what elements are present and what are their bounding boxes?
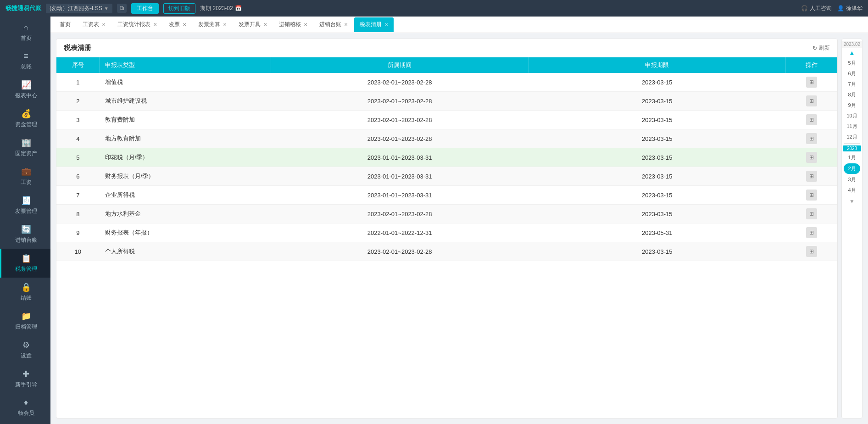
cell-type: 印花税（月/季） xyxy=(100,148,271,167)
col-header-type: 申报表类型 xyxy=(100,57,271,73)
company-selector[interactable]: (勿动）江西服务-LSS ▼ xyxy=(46,4,112,13)
cell-type: 城市维护建设税 xyxy=(100,92,271,111)
close-tab-payroll-stats[interactable]: ✕ xyxy=(153,22,157,27)
cell-period: 2023-02-01~2023-02-28 xyxy=(271,205,529,223)
action-icon-btn[interactable]: ⊞ xyxy=(806,152,817,163)
tab-payroll-stats[interactable]: 工资统计报表 ✕ xyxy=(112,17,162,32)
close-tab-purchase-ledger[interactable]: ✕ xyxy=(344,22,348,27)
col-header-action: 操作 xyxy=(786,57,837,73)
refresh-button[interactable]: ↻ 刷新 xyxy=(812,44,830,52)
table-row: 8地方水利基金2023-02-01~2023-02-282023-03-15⊞ xyxy=(56,205,837,223)
sidebar-label-general-ledger: 总账 xyxy=(21,63,32,71)
close-tab-invoice-open[interactable]: ✕ xyxy=(263,22,267,27)
rs-month-8[interactable]: 8月 xyxy=(842,89,862,100)
home-icon: ⌂ xyxy=(23,23,28,33)
sidebar-label-invoice-mgmt: 发票管理 xyxy=(15,207,37,215)
tab-purchase-review[interactable]: 进销稽核 ✕ xyxy=(273,17,313,32)
panel-actions: ↻ 刷新 xyxy=(812,44,830,52)
rs-month-2[interactable]: 2月 xyxy=(844,163,860,174)
sidebar-label-closing: 结账 xyxy=(21,294,32,302)
cell-period: 2023-01-01~2023-03-31 xyxy=(271,186,529,205)
cell-type: 财务报表（月/季） xyxy=(100,167,271,186)
cell-action: ⊞ xyxy=(786,205,837,223)
table-row: 6财务报表（月/季）2023-01-01~2023-03-312023-03-1… xyxy=(56,167,837,186)
cell-type: 地方水利基金 xyxy=(100,205,271,223)
rs-month-5[interactable]: 5月 xyxy=(842,58,862,68)
tab-invoice[interactable]: 发票 ✕ xyxy=(163,17,192,32)
action-icon-btn[interactable]: ⊞ xyxy=(806,227,817,238)
rs-month-10[interactable]: 10月 xyxy=(842,111,862,121)
cell-type: 地方教育附加 xyxy=(100,129,271,148)
tab-payroll-table[interactable]: 工资表 ✕ xyxy=(77,17,111,32)
cell-period: 2022-01-01~2022-12-31 xyxy=(271,223,529,242)
main-panel: 税表清册 ↻ 刷新 序号 申报表类型 xyxy=(56,39,838,418)
cell-action: ⊞ xyxy=(786,129,837,148)
rs-current-year-label: 2023 xyxy=(843,145,861,151)
sidebar: ⌂ 首页 ≡ 总账 📈 报表中心 💰 资金管理 🏢 固定资产 💼 工资 🧾 发票… xyxy=(0,17,50,424)
tax-table: 序号 申报表类型 所属期间 申报期限 操作 1增值税2023-02-01~202… xyxy=(56,57,837,261)
rs-month-12[interactable]: 12月 xyxy=(842,132,862,142)
rs-collapse-btn[interactable]: ▼ xyxy=(846,196,858,206)
tab-tax-list[interactable]: 税表清册 ✕ xyxy=(354,17,394,32)
sidebar-item-tax-mgmt[interactable]: 📋 税务管理 xyxy=(0,249,50,278)
close-tab-invoice-calc[interactable]: ✕ xyxy=(223,22,227,27)
rs-month-1[interactable]: 1月 xyxy=(842,152,862,163)
rs-month-4[interactable]: 4月 xyxy=(842,185,862,195)
action-icon-btn[interactable]: ⊞ xyxy=(806,208,817,219)
user-icon: 👤 xyxy=(837,5,844,11)
copy-icon-btn[interactable]: ⧉ xyxy=(117,4,127,13)
cell-deadline: 2023-03-15 xyxy=(529,73,786,92)
rs-month-3[interactable]: 3月 xyxy=(842,174,862,185)
rs-month-9[interactable]: 9月 xyxy=(842,100,862,111)
sidebar-item-report-center[interactable]: 📈 报表中心 xyxy=(0,75,50,104)
action-icon-btn[interactable]: ⊞ xyxy=(806,190,817,201)
action-icon-btn[interactable]: ⊞ xyxy=(806,133,817,144)
tab-home[interactable]: 首页 xyxy=(54,17,76,32)
sidebar-item-invoice-mgmt[interactable]: 🧾 发票管理 xyxy=(0,191,50,220)
calendar-icon[interactable]: 📅 xyxy=(235,5,242,11)
rs-divider xyxy=(844,143,860,144)
sidebar-label-tax-mgmt: 税务管理 xyxy=(15,265,37,273)
action-icon-btn[interactable]: ⊞ xyxy=(806,171,817,182)
close-tab-tax-list[interactable]: ✕ xyxy=(384,22,388,27)
sidebar-item-archive-mgmt[interactable]: 📁 归档管理 xyxy=(0,307,50,335)
app-logo: 畅捷通易代账 xyxy=(6,4,41,12)
workspace-button[interactable]: 工作台 xyxy=(131,3,159,14)
sidebar-item-general-ledger[interactable]: ≡ 总账 xyxy=(0,47,50,75)
rs-month-11[interactable]: 11月 xyxy=(842,121,862,132)
sidebar-item-fund-mgmt[interactable]: 💰 资金管理 xyxy=(0,104,50,133)
close-tab-invoice[interactable]: ✕ xyxy=(183,22,186,27)
action-icon-btn[interactable]: ⊞ xyxy=(806,246,817,257)
cell-period: 2023-02-01~2023-02-28 xyxy=(271,129,529,148)
switch-old-button[interactable]: 切到旧版 xyxy=(163,3,195,14)
action-icon-btn[interactable]: ⊞ xyxy=(806,114,817,125)
cell-seq: 1 xyxy=(56,73,100,92)
close-tab-payroll[interactable]: ✕ xyxy=(102,22,106,27)
sidebar-item-fixed-assets[interactable]: 🏢 固定资产 xyxy=(0,133,50,162)
sidebar-label-report-center: 报表中心 xyxy=(15,92,37,100)
sidebar-item-purchase-sales[interactable]: 🔄 进销台账 xyxy=(0,220,50,249)
sidebar-item-payroll[interactable]: 💼 工资 xyxy=(0,162,50,191)
sidebar-item-members[interactable]: ♦ 畅会员 xyxy=(0,393,50,422)
action-icon-btn[interactable]: ⊞ xyxy=(806,95,817,106)
sidebar-item-new-guide[interactable]: ✚ 新手引导 xyxy=(0,364,50,393)
sidebar-item-closing[interactable]: 🔒 结账 xyxy=(0,278,50,307)
user-avatar[interactable]: 👤 徐泽华 xyxy=(837,5,862,12)
rs-month-6[interactable]: 6月 xyxy=(842,68,862,79)
top-bar-right: 🎧 人工咨询 👤 徐泽华 xyxy=(801,5,862,12)
headset-icon: 🎧 xyxy=(801,5,808,11)
sidebar-label-members: 畅会员 xyxy=(18,409,34,417)
action-icon-btn[interactable]: ⊞ xyxy=(806,77,817,88)
rs-prev-btn[interactable]: ▲ xyxy=(846,48,858,58)
tab-invoice-calc[interactable]: 发票测算 ✕ xyxy=(193,17,232,32)
tab-invoice-open[interactable]: 发票开具 ✕ xyxy=(233,17,273,32)
tab-purchase-ledger[interactable]: 进销台账 ✕ xyxy=(314,17,353,32)
rs-month-7[interactable]: 7月 xyxy=(842,79,862,89)
sidebar-item-home[interactable]: ⌂ 首页 xyxy=(0,18,50,47)
cell-type: 企业所得税 xyxy=(100,186,271,205)
close-tab-purchase-review[interactable]: ✕ xyxy=(304,22,307,27)
cell-action: ⊞ xyxy=(786,73,837,92)
unpin-sidebar-btn[interactable]: ◄◄ 取消固定 xyxy=(0,422,50,424)
human-consult-btn[interactable]: 🎧 人工咨询 xyxy=(801,5,832,12)
sidebar-item-settings[interactable]: ⚙ 设置 xyxy=(0,335,50,364)
